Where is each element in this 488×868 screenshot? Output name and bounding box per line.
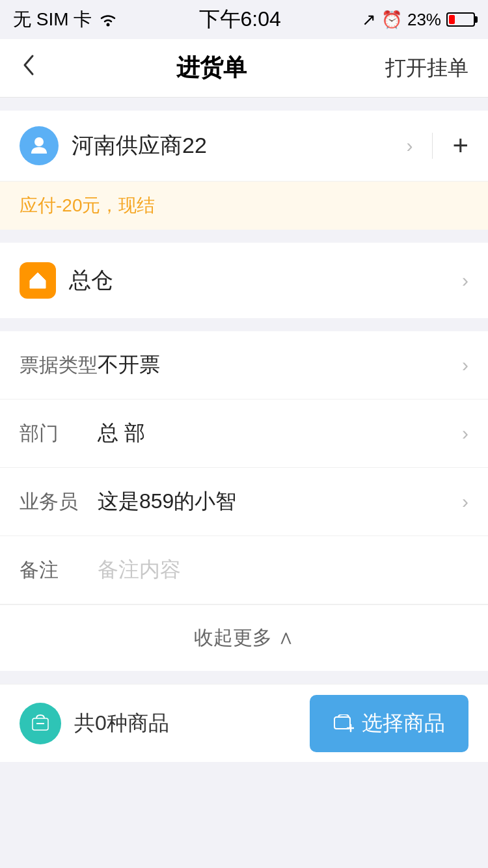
location-icon: ↗ [362, 10, 376, 30]
select-goods-label: 选择商品 [362, 709, 445, 738]
svg-point-1 [34, 137, 44, 146]
goods-icon [20, 703, 61, 744]
salesman-chevron-icon: › [462, 491, 468, 513]
svg-rect-5 [334, 717, 350, 729]
nav-bar: 进货单 打开挂单 [0, 39, 488, 98]
section-gap-4 [0, 671, 488, 684]
notice-text: 应付-20元，现结 [20, 195, 155, 215]
supplier-row[interactable]: 河南供应商22 › + [0, 111, 488, 182]
section-gap-3 [0, 318, 488, 331]
add-button[interactable]: + [452, 130, 468, 161]
warehouse-icon [20, 262, 56, 299]
supplier-card: 河南供应商22 › + 应付-20元，现结 [0, 111, 488, 230]
bottom-bar: 共0种商品 选择商品 [0, 684, 488, 762]
status-left: 无 SIM 卡 [13, 7, 118, 32]
select-goods-icon [333, 714, 354, 733]
supplier-actions: › + [406, 130, 468, 161]
invoice-chevron-icon: › [462, 354, 468, 376]
alarm-icon: ⏰ [381, 10, 402, 30]
goods-count: 共0种商品 [74, 709, 169, 738]
warehouse-row[interactable]: 总仓 › [0, 243, 488, 318]
goods-info: 共0种商品 [20, 703, 169, 744]
open-pending-button[interactable]: 打开挂单 [385, 54, 468, 83]
department-label: 部门 [20, 420, 98, 447]
remark-input[interactable]: 备注内容 [98, 556, 468, 584]
invoice-value: 不开票 [98, 351, 462, 379]
invoice-row[interactable]: 票据类型 不开票 › [0, 331, 488, 400]
person-icon [29, 135, 49, 156]
collapse-row[interactable]: 收起更多 ∧ [0, 604, 488, 671]
collapse-label: 收起更多 ∧ [194, 625, 293, 651]
salesman-label: 业务员 [20, 489, 98, 515]
main-content: 河南供应商22 › + 应付-20元，现结 总仓 › [0, 98, 488, 868]
wifi-icon [98, 12, 118, 27]
remark-label: 备注 [20, 557, 98, 584]
status-time: 下午6:04 [199, 5, 281, 34]
battery-icon [446, 12, 475, 27]
supplier-name: 河南供应商22 [72, 131, 406, 161]
warehouse-card: 总仓 › [0, 243, 488, 318]
supplier-chevron-icon: › [406, 135, 413, 157]
status-right: ↗ ⏰ 23% [362, 10, 475, 30]
select-goods-button[interactable]: 选择商品 [310, 695, 468, 752]
supplier-avatar [20, 126, 59, 165]
salesman-value: 这是859的小智 [98, 487, 462, 516]
svg-point-0 [107, 23, 110, 27]
department-row[interactable]: 部门 总 部 › [0, 400, 488, 468]
section-gap-2 [0, 230, 488, 243]
salesman-row[interactable]: 业务员 这是859的小智 › [0, 468, 488, 536]
department-value: 总 部 [98, 419, 462, 448]
department-chevron-icon: › [462, 422, 468, 444]
cart-icon [29, 712, 52, 735]
home-icon [27, 270, 48, 291]
invoice-label: 票据类型 [20, 352, 98, 379]
warehouse-chevron-icon: › [462, 269, 468, 292]
remark-row[interactable]: 备注 备注内容 [0, 536, 488, 604]
warehouse-name: 总仓 [69, 265, 462, 295]
divider [432, 133, 433, 159]
svg-rect-2 [35, 283, 40, 288]
back-button[interactable] [20, 51, 38, 85]
page-title: 进货单 [176, 52, 247, 84]
form-card: 票据类型 不开票 › 部门 总 部 › 业务员 这是859的小智 › 备注 备注… [0, 331, 488, 671]
status-bar: 无 SIM 卡 下午6:04 ↗ ⏰ 23% [0, 0, 488, 39]
section-gap-1 [0, 98, 488, 111]
notice-banner: 应付-20元，现结 [0, 182, 488, 230]
battery-percent: 23% [407, 10, 441, 30]
carrier-label: 无 SIM 卡 [13, 7, 92, 32]
